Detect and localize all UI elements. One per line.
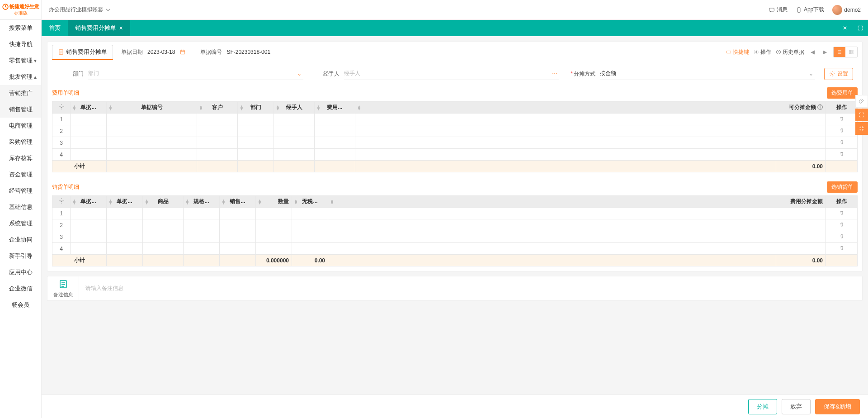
svg-rect-1 [769,8,774,11]
org-selector[interactable]: 办公用品行业模拟账套 [49,6,110,14]
logo-icon [2,4,9,10]
message-label: 消息 [777,6,788,14]
brand-text: 畅捷通好生意 [9,3,39,10]
avatar [832,5,842,15]
message-button[interactable]: 消息 [769,6,788,14]
svg-rect-2 [797,7,800,12]
app-download-label: App下载 [804,6,824,14]
org-name: 办公用品行业模拟账套 [49,6,103,14]
phone-icon [796,7,802,13]
user-name: demo2 [844,7,861,13]
user-menu[interactable]: demo2 [832,5,861,15]
logo: 畅捷通好生意 标准版 [0,0,42,20]
message-icon [769,7,775,13]
chevron-down-icon [106,8,110,12]
app-download-button[interactable]: App下载 [796,6,824,14]
edition-text: 标准版 [14,10,28,16]
